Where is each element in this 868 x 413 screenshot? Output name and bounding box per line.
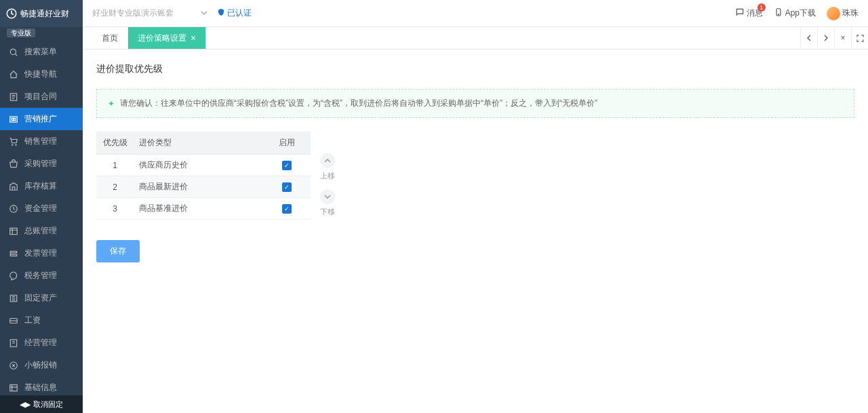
cell-enable: ✓: [263, 155, 311, 176]
sidebar-item-2[interactable]: 项目合同: [0, 85, 83, 108]
svg-rect-5: [14, 118, 16, 121]
tab-home-label: 首页: [102, 33, 118, 44]
verified-text: 已认证: [227, 7, 252, 19]
cancel-pin-label: 取消固定: [33, 399, 63, 410]
sidebar-item-12[interactable]: 工资: [0, 309, 83, 332]
nav-icon: [8, 69, 19, 80]
tab-controls: ×: [800, 27, 868, 49]
download-label: App下载: [785, 7, 816, 19]
close-icon[interactable]: ×: [191, 33, 196, 43]
sidebar-item-6[interactable]: 库存核算: [0, 175, 83, 197]
nav-icon: [8, 136, 19, 147]
phone-icon: [774, 7, 783, 19]
content: 进价提取优先级 ✦ 请您确认：往来单位中的供应商“采购报价含税”设置，为“含税”…: [83, 50, 868, 413]
tab-price-strategy[interactable]: 进价策略设置 ×: [128, 27, 206, 49]
nav-icon: [8, 315, 19, 326]
download-button[interactable]: App下载: [774, 7, 816, 19]
sidebar-item-15[interactable]: 基础信息: [0, 376, 83, 395]
cell-type: 商品基准进价: [134, 198, 263, 220]
sidebar-item-label: 固定资产: [24, 292, 57, 304]
svg-point-7: [16, 144, 16, 145]
checkbox[interactable]: ✓: [282, 161, 292, 170]
tab-next-button[interactable]: [817, 27, 834, 49]
nav-icon: [8, 360, 19, 371]
sidebar-item-10[interactable]: 税务管理: [0, 264, 83, 287]
save-button[interactable]: 保存: [96, 240, 140, 262]
account-select[interactable]: 好业财专业版演示账套: [92, 7, 208, 19]
logo-area: 畅捷通好业财: [0, 0, 83, 27]
sidebar-item-label: 销售管理: [24, 136, 57, 147]
pin-icon: ◀▶: [20, 400, 31, 409]
sidebar-item-8[interactable]: 总账管理: [0, 220, 83, 242]
col-priority: 优先级: [96, 132, 134, 155]
move-down-label: 下移: [320, 207, 335, 217]
sidebar: 畅捷通好业财 专业版 搜索菜单快捷导航项目合同营销推广销售管理采购管理库存核算资…: [0, 0, 83, 413]
cell-priority: 2: [96, 176, 134, 198]
sidebar-item-label: 采购管理: [24, 158, 57, 170]
sidebar-item-0[interactable]: 搜索菜单: [0, 41, 83, 63]
cell-enable: ✓: [263, 198, 311, 220]
cell-type: 供应商历史价: [134, 155, 263, 176]
svg-rect-9: [10, 228, 18, 234]
sidebar-item-label: 项目合同: [24, 91, 57, 102]
user-menu[interactable]: 珠珠: [827, 7, 859, 20]
sidebar-item-label: 营销推广: [24, 113, 57, 125]
nav-icon: [8, 181, 19, 192]
sidebar-item-7[interactable]: 资金管理: [0, 197, 83, 220]
nav-list: 搜索菜单快捷导航项目合同营销推广销售管理采购管理库存核算资金管理总账管理发票管理…: [0, 41, 83, 395]
sidebar-item-3[interactable]: 营销推广: [0, 108, 83, 130]
avatar: [827, 7, 840, 20]
tab-active-label: 进价策略设置: [138, 33, 186, 44]
top-header: 好业财专业版演示账套 已认证 消息 1: [83, 0, 868, 27]
sidebar-item-label: 快捷导航: [24, 68, 57, 80]
nav-icon: [8, 271, 19, 281]
fullscreen-button[interactable]: [851, 27, 868, 49]
pro-badge: 专业版: [7, 28, 35, 37]
cell-enable: ✓: [263, 176, 311, 198]
checkbox[interactable]: ✓: [282, 182, 292, 192]
price-table: 优先级 进价类型 启用 1供应商历史价✓2商品最新进价✓3商品基准进价✓: [96, 132, 311, 220]
move-up-button[interactable]: 上移: [320, 153, 335, 181]
table-row[interactable]: 3商品基准进价✓: [96, 198, 311, 220]
checkbox[interactable]: ✓: [282, 204, 292, 214]
sidebar-item-13[interactable]: 经营管理: [0, 332, 83, 354]
sidebar-item-1[interactable]: 快捷导航: [0, 63, 83, 85]
logo-text: 畅捷通好业财: [20, 8, 69, 20]
svg-point-1: [10, 49, 16, 54]
sidebar-item-label: 搜索菜单: [24, 46, 57, 58]
table-header-row: 优先级 进价类型 启用: [96, 132, 311, 155]
tab-prev-button[interactable]: [800, 27, 817, 49]
col-type: 进价类型: [134, 132, 263, 155]
message-icon: [735, 7, 745, 19]
table-row[interactable]: 2商品最新进价✓: [96, 176, 311, 198]
nav-icon: [8, 47, 19, 58]
sidebar-item-5[interactable]: 采购管理: [0, 153, 83, 175]
cell-priority: 3: [96, 198, 134, 220]
cancel-pin-button[interactable]: ◀▶ 取消固定: [0, 395, 83, 413]
svg-rect-4: [12, 118, 13, 121]
tab-close-all-button[interactable]: ×: [834, 27, 851, 49]
nav-icon: [8, 338, 19, 349]
cell-type: 商品最新进价: [134, 176, 263, 198]
nav-icon: [8, 248, 19, 259]
svg-rect-11: [10, 254, 16, 256]
sidebar-item-label: 总账管理: [24, 225, 57, 237]
table-row[interactable]: 1供应商历史价✓: [96, 155, 311, 176]
tab-home[interactable]: 首页: [92, 27, 128, 49]
sidebar-item-14[interactable]: 小畅报销: [0, 354, 83, 376]
nav-icon: [8, 293, 19, 304]
sidebar-item-4[interactable]: 销售管理: [0, 130, 83, 153]
nav-icon: [8, 92, 19, 102]
sidebar-item-label: 发票管理: [24, 248, 57, 259]
message-button[interactable]: 消息 1: [735, 7, 763, 19]
username: 珠珠: [842, 7, 859, 19]
sidebar-item-9[interactable]: 发票管理: [0, 242, 83, 264]
chevron-up-icon: [320, 153, 335, 168]
chevron-down-icon: [201, 9, 208, 18]
move-down-button[interactable]: 下移: [320, 189, 335, 217]
col-enable: 启用: [263, 132, 311, 155]
info-icon: ✦: [108, 99, 115, 109]
table-area: 优先级 进价类型 启用 1供应商历史价✓2商品最新进价✓3商品基准进价✓ 上移: [96, 132, 854, 220]
move-controls: 上移 下移: [320, 132, 335, 217]
sidebar-item-11[interactable]: 固定资产: [0, 287, 83, 309]
